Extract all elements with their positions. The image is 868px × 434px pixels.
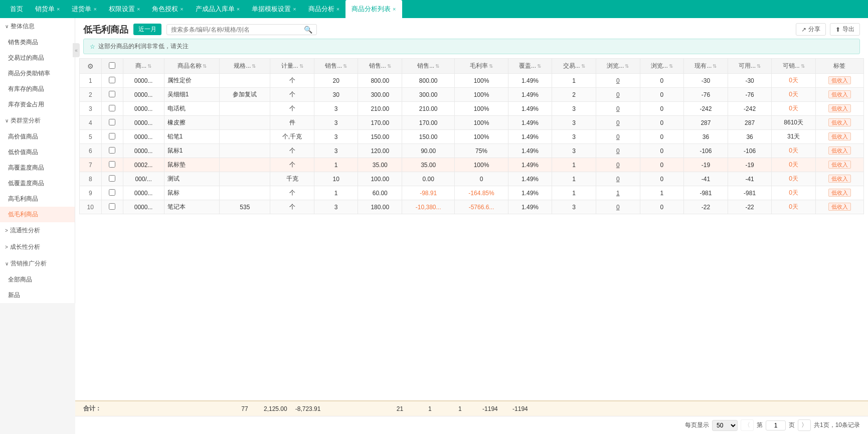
share-button[interactable]: ↗ 分享 <box>796 23 826 36</box>
row-select-checkbox[interactable] <box>109 203 115 210</box>
row-browse1[interactable]: 1 <box>596 186 640 200</box>
col-cover-rate[interactable]: 覆盖...⇅ <box>508 59 552 74</box>
sort-icon[interactable]: ⇅ <box>203 63 207 69</box>
row-select-checkbox[interactable] <box>109 189 115 196</box>
row-select-checkbox[interactable] <box>109 119 115 125</box>
sort-icon[interactable]: ⇅ <box>252 63 256 69</box>
row-browse1[interactable]: 0 <box>596 116 640 130</box>
sort-icon[interactable]: ⇅ <box>435 63 439 69</box>
row-checkbox[interactable] <box>101 130 123 144</box>
sort-icon[interactable]: ⇅ <box>299 63 303 69</box>
sidebar-item-新品[interactable]: 新品 <box>0 287 75 303</box>
nav-item-商品分析列表[interactable]: 商品分析列表× <box>345 0 402 18</box>
nav-close-icon[interactable]: × <box>180 6 183 12</box>
sort-icon[interactable]: ⇅ <box>147 63 151 69</box>
col-settings[interactable]: ⚙ <box>80 59 102 74</box>
next-page-button[interactable]: 〉 <box>798 419 811 431</box>
sort-icon[interactable]: ⇅ <box>801 63 805 69</box>
nav-close-icon[interactable]: × <box>393 6 396 12</box>
row-browse1[interactable]: 0 <box>596 158 640 172</box>
sort-icon[interactable]: ⇅ <box>625 63 629 69</box>
row-browse1[interactable]: 0 <box>596 88 640 102</box>
sidebar-item-低覆盖度商品[interactable]: 低覆盖度商品 <box>0 176 75 191</box>
sort-icon[interactable]: ⇅ <box>669 63 673 69</box>
select-all-checkbox[interactable] <box>109 62 115 69</box>
row-name[interactable]: 电话机 <box>164 102 220 116</box>
col-checkbox[interactable] <box>101 59 123 74</box>
sidebar-item-销售类商品[interactable]: 销售类商品 <box>0 35 75 50</box>
sort-icon[interactable]: ⇅ <box>757 63 761 69</box>
row-name[interactable]: 测试 <box>164 172 220 186</box>
sidebar-item-高覆盖度商品[interactable]: 高覆盖度商品 <box>0 160 75 176</box>
row-select-checkbox[interactable] <box>109 133 115 139</box>
sidebar-section-整体信息[interactable]: ∨整体信息 <box>0 18 75 35</box>
nav-close-icon[interactable]: × <box>237 6 240 12</box>
row-select-checkbox[interactable] <box>109 161 115 168</box>
row-browse1[interactable]: 0 <box>596 172 640 186</box>
nav-close-icon[interactable]: × <box>137 6 140 12</box>
col-trade[interactable]: 交易...⇅ <box>552 59 596 74</box>
row-checkbox[interactable] <box>101 158 123 172</box>
col-code[interactable]: 商...⇅ <box>123 59 164 74</box>
row-select-checkbox[interactable] <box>109 147 115 154</box>
sidebar-item-交易过的商品[interactable]: 交易过的商品 <box>0 50 75 66</box>
nav-item-权限设置[interactable]: 权限设置× <box>103 0 146 18</box>
row-browse1[interactable]: 0 <box>596 102 640 116</box>
col-spec[interactable]: 规格...⇅ <box>220 59 270 74</box>
row-checkbox[interactable] <box>101 186 123 200</box>
nav-item-销货单[interactable]: 销货单× <box>29 0 66 18</box>
row-checkbox[interactable] <box>101 74 123 88</box>
sort-icon[interactable]: ⇅ <box>489 63 493 69</box>
col-available[interactable]: 可用...⇅ <box>728 59 772 74</box>
col-name[interactable]: 商品名称⇅ <box>164 59 220 74</box>
per-page-select[interactable]: 50 100 200 <box>712 420 738 431</box>
row-checkbox[interactable] <box>101 102 123 116</box>
col-sales-price[interactable]: 销售...⇅ <box>358 59 402 74</box>
sidebar-section-营销推广分析[interactable]: ∨营销推广分析 <box>0 255 75 272</box>
col-tag[interactable]: 标签 <box>815 59 863 74</box>
row-name[interactable]: 鼠标 <box>164 186 220 200</box>
sidebar-item-库存资金占用[interactable]: 库存资金占用 <box>0 97 75 112</box>
nav-close-icon[interactable]: × <box>293 6 296 12</box>
sidebar-collapse-button[interactable]: « <box>73 43 80 57</box>
sidebar-section-成长性分析[interactable]: >成长性分析 <box>0 239 75 255</box>
row-name[interactable]: 吴细细1 <box>164 88 220 102</box>
sort-icon[interactable]: ⇅ <box>713 63 717 69</box>
row-select-checkbox[interactable] <box>109 105 115 111</box>
sidebar-item-有库存的商品[interactable]: 有库存的商品 <box>0 81 75 97</box>
col-browse2[interactable]: 浏览...⇅ <box>640 59 684 74</box>
nav-item-进货单[interactable]: 进货单× <box>66 0 102 18</box>
page-input[interactable] <box>766 420 786 430</box>
row-name[interactable]: 鼠标1 <box>164 144 220 158</box>
sidebar-item-全部商品[interactable]: 全部商品 <box>0 272 75 287</box>
row-browse1[interactable]: 0 <box>596 74 640 88</box>
col-browse1[interactable]: 浏览...⇅ <box>596 59 640 74</box>
nav-item-单据模板设置[interactable]: 单据模板设置× <box>246 0 302 18</box>
row-checkbox[interactable] <box>101 88 123 102</box>
nav-item-角色授权[interactable]: 角色授权× <box>146 0 189 18</box>
sort-icon[interactable]: ⇅ <box>581 63 585 69</box>
nav-item-产成品入库单[interactable]: 产成品入库单× <box>190 0 246 18</box>
sidebar-item-高价值商品[interactable]: 高价值商品 <box>0 129 75 144</box>
sidebar-item-商品分类助销率[interactable]: 商品分类助销率 <box>0 66 75 81</box>
row-checkbox[interactable] <box>101 200 123 214</box>
sidebar-item-低毛利商品[interactable]: 低毛利商品 <box>0 207 75 222</box>
sidebar-section-类群堂分析[interactable]: ∨类群堂分析 <box>0 112 75 129</box>
date-filter-button[interactable]: 近一月 <box>133 24 161 35</box>
sidebar-item-高毛利商品[interactable]: 高毛利商品 <box>0 191 75 207</box>
row-select-checkbox[interactable] <box>109 91 115 97</box>
table-wrapper[interactable]: ⚙ 商...⇅ 商品名称⇅ 规格...⇅ 计量...⇅ 销售...⇅ 销售...… <box>79 58 864 400</box>
row-checkbox[interactable] <box>101 144 123 158</box>
row-select-checkbox[interactable] <box>109 77 115 83</box>
row-name[interactable]: 铅笔1 <box>164 130 220 144</box>
sort-icon[interactable]: ⇅ <box>343 63 347 69</box>
prev-page-button[interactable]: 〈 <box>741 419 754 431</box>
row-browse1[interactable]: 0 <box>596 200 640 214</box>
sidebar-item-低价值商品[interactable]: 低价值商品 <box>0 144 75 160</box>
row-name[interactable]: 鼠标垫 <box>164 158 220 172</box>
row-browse1[interactable]: 0 <box>596 130 640 144</box>
row-name[interactable]: 橡皮擦 <box>164 116 220 130</box>
sort-icon[interactable]: ⇅ <box>537 63 541 69</box>
nav-close-icon[interactable]: × <box>93 6 96 12</box>
col-gross-rate[interactable]: 毛利率⇅ <box>455 59 508 74</box>
